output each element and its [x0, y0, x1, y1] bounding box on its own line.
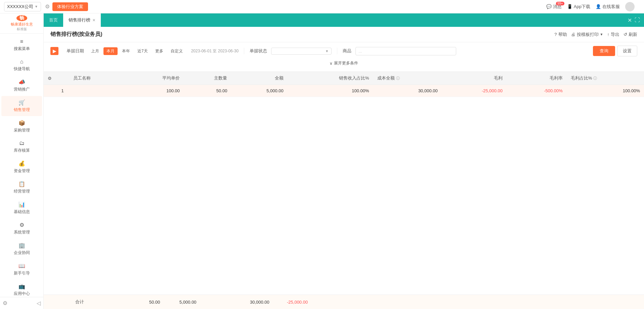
date-pill-current-month[interactable]: 本月	[103, 47, 118, 55]
table-header-row: ⚙ 员工名称 平均单价 主数量 全额 销售收入占比% 成本全额 ⓘ	[44, 72, 644, 85]
cell-rank: 1	[56, 85, 69, 97]
sidebar-item-quick-nav[interactable]: ⌂ 快捷导航	[1, 55, 42, 75]
sidebar-item-guide[interactable]: 📖 新手引导	[1, 259, 42, 279]
sidebar-item-label: 系统管理	[14, 229, 30, 235]
sidebar-settings-icon[interactable]: ⚙	[3, 300, 7, 306]
col-amount: 全额	[231, 72, 287, 85]
sidebar-item-app-center[interactable]: 📺 应用中心	[1, 280, 42, 297]
operations-icon: 📋	[18, 181, 25, 187]
search-menu-icon: ≡	[20, 39, 23, 45]
sidebar-item-label: 采购管理	[14, 127, 30, 133]
date-pill-current-year[interactable]: 本年	[119, 47, 133, 55]
col-settings[interactable]: ⚙	[44, 72, 56, 85]
cell-sales-ratio: 100.00%	[288, 85, 373, 97]
avatar[interactable]	[625, 2, 635, 11]
footer-gross-ratio-cell	[350, 301, 384, 303]
help-button[interactable]: ? 帮助	[554, 32, 567, 38]
filter-row-1: ▶ 单据日期 上月 本月 本年 近7天 更多 自定义 2023-06-01 至 …	[50, 46, 637, 56]
export-label: 导出	[611, 32, 619, 38]
sidebar-item-system[interactable]: ⚙ 系统管理	[1, 218, 42, 239]
sidebar-nav: ≡ 搜索菜单 ⌂ 快捷导航 📣 营销推广 🛒 销售管理 📦 采购管理 🗂 库	[0, 34, 43, 297]
sidebar-item-inventory[interactable]: 🗂 库存核算	[1, 137, 42, 157]
window-expand-button[interactable]: ⛶	[635, 17, 640, 23]
sidebar-item-sales[interactable]: 🛒 销售管理	[1, 96, 42, 116]
sidebar-item-basic[interactable]: 📊 基础信息	[1, 198, 42, 218]
filter-settings-button[interactable]: 设置	[617, 46, 637, 56]
window-close-button[interactable]: ✕	[628, 17, 632, 23]
export-button[interactable]: ↑ 导出	[607, 32, 620, 38]
trial-button[interactable]: 体验行业方案	[52, 2, 88, 11]
sidebar-item-operations[interactable]: 📋 经营管理	[1, 177, 42, 198]
collapse-toggle-button[interactable]: ▶	[50, 47, 58, 55]
enterprise-icon: 🏢	[18, 242, 25, 249]
expand-more-button[interactable]: ∨ 展开更多条件	[323, 58, 365, 68]
footer-gross: -25,000.00	[283, 298, 316, 306]
online-service-button[interactable]: 👤 在线客服	[596, 4, 620, 10]
gross-ratio-info-icon[interactable]: ⓘ	[593, 76, 597, 81]
footer-settings-cell	[48, 301, 58, 303]
cell-quantity: 50.00	[184, 85, 231, 97]
sidebar-item-marketing[interactable]: 📣 营销推广	[1, 75, 42, 96]
refresh-button[interactable]: ↺ 刷新	[624, 32, 637, 38]
sidebar-item-label: 基础信息	[14, 209, 30, 215]
table-footer: 合计 50.00 5,000.00 30,000.00 -25,000.00	[44, 295, 644, 309]
logo-title: 畅康通好生意	[11, 22, 33, 27]
tab-sales-ranking[interactable]: 销售排行榜 ✕	[63, 13, 101, 27]
col-quantity: 主数量	[184, 72, 231, 85]
col-avg-price: 平均单价	[127, 72, 184, 85]
print-label: 按模板打印	[577, 32, 599, 38]
sidebar-item-label: 销售管理	[14, 107, 30, 113]
print-button[interactable]: 🖨 按模板打印 ▼	[571, 32, 603, 38]
sidebar-item-label: 新手引导	[14, 270, 30, 276]
status-select[interactable]: ▼	[271, 48, 332, 55]
tab-home[interactable]: 首页	[44, 13, 63, 27]
status-chevron-icon: ▼	[325, 49, 329, 53]
date-pills: 上月 本月 本年 近7天 更多 自定义	[88, 47, 186, 55]
expand-more-row: ∨ 展开更多条件	[50, 58, 637, 68]
sales-icon: 🛒	[18, 99, 25, 106]
cell-gross: -25,000.00	[442, 85, 507, 97]
date-pill-last-month[interactable]: 上月	[88, 47, 102, 55]
expand-label: 展开更多条件	[334, 60, 358, 66]
export-icon: ↑	[607, 32, 610, 37]
filter-actions: 查询 设置	[593, 46, 637, 56]
status-label: 单据状态	[250, 48, 267, 54]
table-header: ⚙ 员工名称 平均单价 主数量 全额 销售收入占比% 成本全额 ⓘ	[44, 72, 644, 85]
cell-name	[69, 85, 127, 97]
page-title: 销售排行榜(按业务员)	[50, 31, 102, 42]
goods-placeholder: ...	[358, 49, 362, 54]
goods-input[interactable]: ...	[355, 47, 456, 55]
sidebar-item-label: 库存核算	[14, 148, 30, 153]
sidebar-item-purchase[interactable]: 📦 采购管理	[1, 116, 42, 137]
tab-close-icon[interactable]: ✕	[92, 18, 95, 22]
footer-gross-rate-cell	[316, 301, 350, 303]
chevron-down-icon: ▼	[35, 5, 38, 8]
sidebar: 畅 畅康通好生意 标准版 ≡ 搜索菜单 ⌂ 快捷导航 📣 营销推广 🛒 销售管理	[0, 13, 44, 309]
sidebar-item-label: 资金管理	[14, 168, 30, 174]
sidebar-bottom: ⚙ ◁	[0, 297, 43, 309]
footer-amount: 5,000.00	[175, 298, 209, 306]
settings-icon[interactable]: ⚙	[45, 3, 50, 10]
sidebar-item-finance[interactable]: 💰 资金管理	[1, 157, 42, 177]
sidebar-item-search[interactable]: ≡ 搜索菜单	[1, 35, 42, 55]
cell-amount: 5,000.00	[231, 85, 287, 97]
sidebar-item-label: 快捷导航	[14, 66, 30, 72]
message-button[interactable]: 💬 消息 99+	[546, 4, 562, 10]
date-pill-7days[interactable]: 近7天	[134, 47, 151, 55]
sidebar-item-enterprise[interactable]: 🏢 企业协同	[1, 239, 42, 259]
query-button[interactable]: 查询	[593, 46, 615, 56]
goods-label: 商品	[343, 48, 351, 54]
sidebar-item-label: 应用中心	[14, 291, 30, 297]
cost-info-icon[interactable]: ⓘ	[396, 76, 400, 81]
message-icon: 💬	[546, 4, 552, 9]
app-download-button[interactable]: 📱 App下载	[567, 4, 590, 10]
date-pill-more[interactable]: 更多	[152, 47, 166, 55]
app-label: App下载	[574, 4, 590, 10]
company-selector[interactable]: XXXXXX公司 ▼	[4, 2, 41, 11]
table-container: ⚙ 员工名称 平均单价 主数量 全额 销售收入占比% 成本全额 ⓘ	[44, 72, 644, 295]
date-pill-custom[interactable]: 自定义	[168, 47, 186, 55]
sidebar-collapse-icon[interactable]: ◁	[37, 300, 41, 306]
marketing-icon: 📣	[18, 79, 25, 85]
table-row: 1 100.00 50.00 5,000.00 100.00% 30,000.0…	[44, 85, 644, 97]
footer-cost: 30,000.00	[246, 298, 283, 306]
